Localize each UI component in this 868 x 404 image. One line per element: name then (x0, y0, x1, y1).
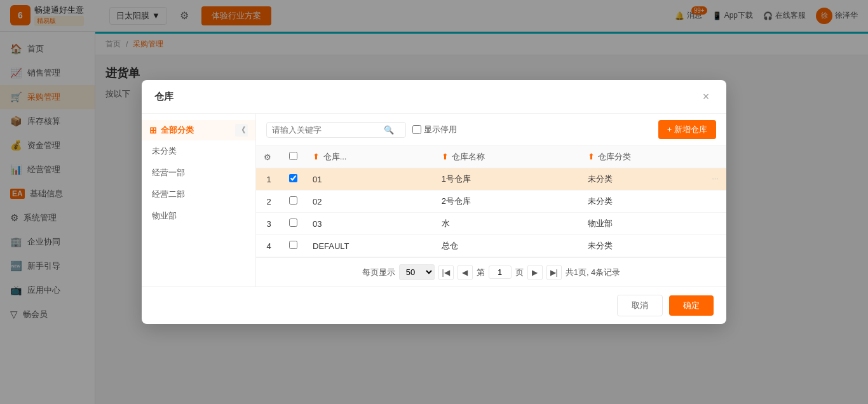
row-num: 3 (256, 213, 281, 235)
per-page-label: 每页显示 (362, 267, 395, 278)
category-item-property[interactable]: 物业部 (142, 205, 255, 227)
search-box: 🔍 (266, 122, 406, 138)
next-page-button[interactable]: ▶ (527, 265, 543, 280)
row-checkbox[interactable] (289, 241, 297, 249)
row-name: 水 (434, 213, 580, 235)
row-actions-icon[interactable]: ··· (712, 173, 719, 183)
category-item-unclassified[interactable]: 未分类 (142, 140, 255, 162)
row-code: 02 (305, 191, 434, 213)
select-all-checkbox[interactable] (289, 152, 297, 160)
row-num: 2 (256, 191, 281, 213)
modal-toolbar: 🔍 显示停用 + 新增仓库 (256, 114, 726, 146)
category-item-label: 未分类 (152, 146, 177, 156)
row-category: 未分类 (580, 191, 726, 213)
table-row[interactable]: 4 DEFAULT 总仓 未分类 (256, 235, 726, 257)
show-disabled-label: 显示停用 (412, 124, 457, 135)
modal-overlay: 仓库 × ⊞ 全部分类 《 未分类 经营一部 经营二部 (0, 0, 868, 404)
col-header-settings: ⚙ (256, 146, 281, 168)
per-page-select[interactable]: 50 100 (399, 264, 435, 280)
warehouse-table-container: ⚙ ⬆ 仓库... ⬆ 仓库名称 (256, 146, 726, 257)
search-icon[interactable]: 🔍 (384, 125, 394, 135)
page-label: 页 (515, 267, 524, 278)
row-category: 未分类··· (580, 168, 726, 191)
col-header-name: ⬆ 仓库名称 (434, 146, 580, 168)
row-checkbox-cell (281, 191, 305, 213)
row-code: DEFAULT (305, 235, 434, 257)
row-checkbox[interactable] (289, 196, 297, 205)
row-num: 4 (256, 235, 281, 257)
modal-close-button[interactable]: × (698, 89, 714, 104)
category-sidebar: ⊞ 全部分类 《 未分类 经营一部 经营二部 物业部 (142, 114, 256, 286)
col-header-checkbox (281, 146, 305, 168)
sort-icon: ⬆ (313, 152, 320, 161)
col-header-code: ⬆ 仓库... (305, 146, 434, 168)
modal-header: 仓库 × (142, 80, 726, 114)
prev-page-button[interactable]: ◀ (458, 265, 473, 280)
page-label-pre: 第 (477, 267, 485, 278)
warehouse-table: ⚙ ⬆ 仓库... ⬆ 仓库名称 (256, 146, 726, 257)
first-page-button[interactable]: |◀ (438, 265, 454, 280)
row-checkbox[interactable] (289, 219, 297, 227)
collapse-button[interactable]: 《 (235, 124, 248, 137)
pagination: 每页显示 50 100 |◀ ◀ 第 页 ▶ ▶| 共1页, 4条记录 (256, 257, 726, 286)
col-header-category: ⬆ 仓库分类 (580, 146, 726, 168)
row-checkbox-cell (281, 213, 305, 235)
show-disabled-checkbox[interactable] (412, 125, 421, 134)
row-name: 1号仓库 (434, 168, 580, 191)
table-row[interactable]: 1 01 1号仓库 未分类··· (256, 168, 726, 191)
row-name: 2号仓库 (434, 191, 580, 213)
row-code: 01 (305, 168, 434, 191)
search-input[interactable] (272, 125, 380, 135)
row-code: 03 (305, 213, 434, 235)
sort-icon: ⬆ (588, 152, 595, 161)
category-item-label: 经营二部 (152, 189, 185, 199)
total-label: 共1页, 4条记录 (566, 267, 621, 278)
category-item-label: 经营一部 (152, 168, 185, 177)
row-checkbox-cell (281, 235, 305, 257)
modal-content-area: 🔍 显示停用 + 新增仓库 ⚙ (256, 114, 726, 286)
row-category: 物业部 (580, 213, 726, 235)
modal-title: 仓库 (154, 91, 173, 103)
add-warehouse-button[interactable]: + 新增仓库 (658, 120, 716, 139)
category-item-dept2[interactable]: 经营二部 (142, 184, 255, 205)
cancel-button[interactable]: 取消 (617, 295, 663, 316)
row-checkbox[interactable] (289, 174, 297, 182)
category-item-label: 物业部 (152, 211, 177, 220)
category-item-dept1[interactable]: 经营一部 (142, 162, 255, 184)
category-all-label: 全部分类 (161, 125, 194, 136)
last-page-button[interactable]: ▶| (546, 265, 562, 280)
show-disabled-text: 显示停用 (424, 124, 457, 135)
row-num: 1 (256, 168, 281, 191)
warehouse-modal: 仓库 × ⊞ 全部分类 《 未分类 经营一部 经营二部 (142, 80, 726, 324)
page-number-input[interactable] (489, 266, 512, 279)
row-name: 总仓 (434, 235, 580, 257)
modal-footer: 取消 确定 (142, 286, 726, 324)
grid-icon: ⊞ (149, 125, 157, 135)
row-checkbox-cell (281, 168, 305, 191)
row-category: 未分类 (580, 235, 726, 257)
sort-icon: ⬆ (442, 152, 449, 161)
confirm-button[interactable]: 确定 (669, 295, 714, 316)
modal-body: ⊞ 全部分类 《 未分类 经营一部 经营二部 物业部 (142, 114, 726, 286)
category-all[interactable]: ⊞ 全部分类 《 (142, 120, 255, 140)
table-row[interactable]: 2 02 2号仓库 未分类 (256, 191, 726, 213)
table-row[interactable]: 3 03 水 物业部 (256, 213, 726, 235)
